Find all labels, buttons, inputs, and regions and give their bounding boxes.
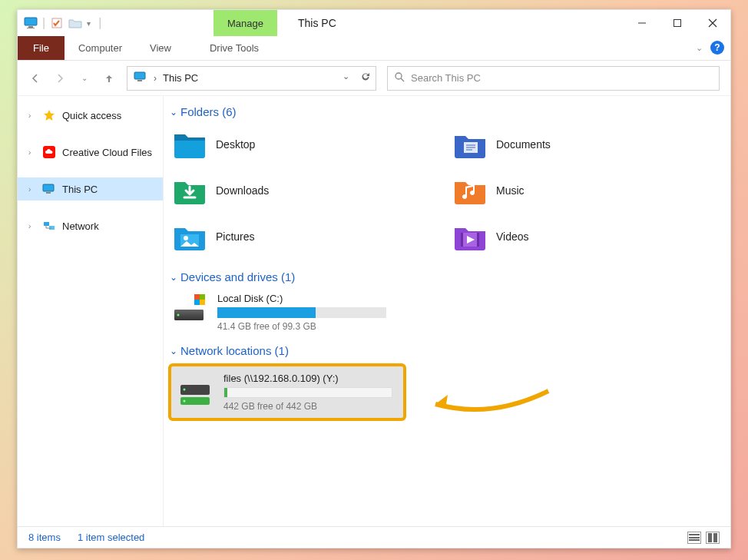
- new-folder-icon[interactable]: [68, 16, 82, 30]
- network-usage-bar: [223, 387, 392, 398]
- sidebar-item-quick-access[interactable]: › Quick access: [18, 104, 163, 127]
- folder-label: Music: [496, 184, 525, 197]
- pictures-folder-icon: [173, 220, 207, 253]
- svg-rect-13: [43, 184, 54, 191]
- chevron-right-icon[interactable]: ›: [28, 111, 36, 120]
- downloads-folder-icon: [173, 174, 207, 207]
- sidebar-item-creative-cloud[interactable]: › Creative Cloud Files: [18, 141, 163, 164]
- up-button[interactable]: [102, 73, 116, 84]
- address-bar[interactable]: › This PC ⌄: [127, 66, 376, 91]
- network-free-text: 442 GB free of 442 GB: [223, 401, 396, 412]
- body: › Quick access › Creative Cloud Files › …: [18, 96, 730, 526]
- network-drive-y[interactable]: files (\\192.168.0.109) (Y:) 442 GB free…: [168, 363, 406, 421]
- svg-rect-28: [477, 233, 479, 247]
- this-pc-icon: [24, 16, 38, 30]
- titlebar: | ▾ | Manage This PC: [18, 10, 730, 36]
- folder-videos[interactable]: Videos: [448, 217, 720, 257]
- section-header-label: Network locations (1): [180, 344, 289, 357]
- ribbon-tab-computer[interactable]: Computer: [65, 36, 136, 60]
- folder-music[interactable]: Music: [448, 171, 720, 210]
- svg-point-40: [184, 399, 186, 402]
- close-button[interactable]: [695, 10, 730, 36]
- minimize-button[interactable]: [624, 10, 660, 36]
- details-view-button[interactable]: [687, 532, 701, 544]
- explorer-window: | ▾ | Manage This PC File Comput: [17, 9, 731, 548]
- chevron-right-icon[interactable]: ›: [154, 73, 157, 84]
- ribbon-expand-icon[interactable]: ⌄: [696, 43, 703, 53]
- network-drive-label: files (\\192.168.0.109) (Y:): [223, 373, 396, 384]
- star-icon: [42, 108, 56, 122]
- sidebar-item-this-pc[interactable]: › This PC: [18, 177, 163, 200]
- main-pane: ⌄ Folders (6) Desktop Documents Download…: [164, 96, 730, 526]
- chevron-down-icon[interactable]: ⌄: [170, 107, 177, 118]
- svg-rect-0: [25, 18, 37, 25]
- this-pc-icon: [42, 182, 56, 196]
- svg-rect-33: [200, 300, 205, 305]
- properties-icon[interactable]: [50, 16, 64, 30]
- status-item-count: 8 items: [28, 532, 61, 543]
- drive-free-text: 41.4 GB free of 99.3 GB: [217, 321, 563, 332]
- folder-pictures[interactable]: Pictures: [168, 217, 439, 257]
- refresh-icon[interactable]: [360, 71, 371, 85]
- disk-drive-icon: [173, 293, 207, 323]
- sidebar-item-label: Creative Cloud Files: [62, 147, 152, 158]
- breadcrumb-this-pc[interactable]: This PC: [163, 72, 198, 84]
- svg-point-36: [177, 314, 180, 316]
- address-dropdown-icon[interactable]: ⌄: [343, 71, 349, 85]
- folder-label: Videos: [496, 230, 529, 243]
- this-pc-icon: [134, 71, 147, 85]
- back-button[interactable]: [28, 73, 42, 84]
- svg-rect-31: [200, 294, 205, 300]
- folder-desktop[interactable]: Desktop: [168, 124, 439, 164]
- qat-divider: |: [42, 16, 45, 30]
- folder-label: Desktop: [216, 138, 255, 151]
- svg-rect-5: [674, 20, 681, 27]
- chevron-right-icon[interactable]: ›: [28, 222, 36, 230]
- search-placeholder: Search This PC: [411, 72, 481, 84]
- chevron-down-icon[interactable]: ⌄: [170, 272, 177, 283]
- chevron-right-icon[interactable]: ›: [28, 148, 36, 157]
- quick-access-toolbar: | ▾ |: [18, 16, 108, 30]
- sidebar-item-network[interactable]: › Network: [18, 214, 163, 237]
- svg-rect-2: [27, 28, 35, 28]
- ribbon-tab-manage[interactable]: Manage: [213, 10, 277, 36]
- navigation-row: ⌄ › This PC ⌄ Search This PC: [18, 61, 730, 96]
- svg-rect-8: [134, 72, 145, 79]
- drive-local-c[interactable]: Local Disk (C:) 41.4 GB free of 99.3 GB: [168, 290, 568, 341]
- navigation-pane: › Quick access › Creative Cloud Files › …: [18, 96, 164, 526]
- ribbon-tab-file[interactable]: File: [18, 36, 65, 60]
- window-title: This PC: [298, 17, 336, 29]
- folder-label: Pictures: [216, 230, 255, 243]
- svg-rect-14: [46, 192, 51, 194]
- svg-rect-9: [137, 80, 142, 81]
- chevron-right-icon[interactable]: ›: [28, 185, 36, 194]
- sidebar-item-label: Network: [62, 220, 99, 232]
- recent-locations-button[interactable]: ⌄: [78, 74, 91, 82]
- section-header-network[interactable]: ⌄ Network locations (1): [168, 341, 720, 363]
- drive-label: Local Disk (C:): [217, 293, 563, 304]
- svg-point-38: [184, 388, 186, 390]
- videos-folder-icon: [453, 220, 487, 253]
- help-icon[interactable]: ?: [710, 41, 724, 55]
- large-icons-view-button[interactable]: [706, 532, 720, 544]
- svg-point-10: [396, 73, 402, 79]
- svg-rect-32: [194, 300, 200, 305]
- section-header-devices[interactable]: ⌄ Devices and drives (1): [168, 267, 720, 290]
- svg-rect-27: [461, 233, 463, 247]
- folder-label: Documents: [496, 138, 551, 151]
- folder-documents[interactable]: Documents: [448, 124, 720, 164]
- search-box[interactable]: Search This PC: [387, 66, 720, 91]
- documents-folder-icon: [453, 128, 487, 161]
- sidebar-item-label: This PC: [62, 184, 98, 195]
- forward-button[interactable]: [53, 73, 67, 84]
- svg-line-11: [401, 78, 404, 81]
- qat-dropdown-icon[interactable]: ▾: [87, 19, 91, 28]
- section-header-folders[interactable]: ⌄ Folders (6): [168, 102, 720, 124]
- svg-rect-1: [28, 26, 33, 28]
- section-header-label: Folders (6): [180, 105, 237, 118]
- ribbon-tab-drive-tools[interactable]: Drive Tools: [196, 36, 273, 60]
- folder-downloads[interactable]: Downloads: [168, 171, 439, 210]
- chevron-down-icon[interactable]: ⌄: [170, 346, 177, 356]
- maximize-button[interactable]: [660, 10, 695, 36]
- ribbon-tab-view[interactable]: View: [136, 36, 185, 60]
